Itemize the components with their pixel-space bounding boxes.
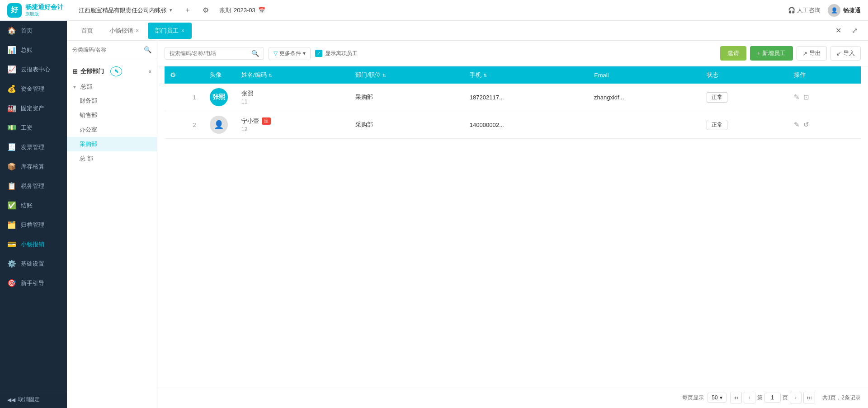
more-filter-button[interactable]: ▽ 更多条件 ▾	[269, 47, 311, 60]
tab-maximize-button[interactable]: ⤢	[848, 24, 861, 37]
sidebar-item-tax[interactable]: 📋 税务管理	[0, 176, 67, 196]
sidebar-item-close[interactable]: ✅ 结账	[0, 196, 67, 215]
dept-collapse-button[interactable]: «	[148, 68, 151, 75]
show-resigned-checkbox[interactable]: ✓ 显示离职员工	[315, 50, 358, 57]
invite-button[interactable]: 邀请	[720, 46, 746, 61]
last-page-button[interactable]: ⏭	[803, 392, 815, 403]
dept-search-icon[interactable]: 🔍	[144, 46, 151, 53]
add-tab-button[interactable]: ＋	[181, 4, 194, 17]
headset-icon: 🎧	[788, 7, 795, 14]
account-period-label: 账期	[219, 6, 231, 14]
column-settings-icon[interactable]: ⚙	[170, 71, 176, 79]
per-page-select[interactable]: 50 ▾	[708, 393, 726, 403]
import-button[interactable]: ↙ 导入	[830, 46, 861, 61]
th-dept-position[interactable]: 部门/职位⇅	[350, 66, 464, 84]
dept-search-input[interactable]	[72, 47, 141, 53]
th-name-code[interactable]: 姓名/编码⇅	[236, 66, 350, 84]
dept-parent-zongbu[interactable]: ▼ 总部	[67, 80, 157, 94]
sidebar-item-assets[interactable]: 🏭 固定资产	[0, 98, 67, 118]
tab-dept-employee[interactable]: 部门员工 ×	[148, 23, 192, 39]
page-input-group: 第 页	[757, 393, 788, 403]
sidebar-item-salary[interactable]: 💵 工资	[0, 118, 67, 137]
sidebar-item-home[interactable]: 🏠 首页	[0, 21, 67, 40]
salary-icon: 💵	[7, 123, 16, 132]
row-phone-2: 140000002...	[464, 111, 589, 139]
page-number-input[interactable]	[764, 393, 781, 403]
dept-child-caiwu[interactable]: 财务部	[67, 94, 157, 108]
dept-child-xiaoshou[interactable]: 销售部	[67, 108, 157, 122]
dept-all-item[interactable]: ⊞ 全部部门 ✎ «	[67, 63, 157, 80]
delete-icon[interactable]: ↺	[803, 121, 809, 129]
dept-child-label: 销售部	[80, 112, 97, 118]
sidebar-item-expense[interactable]: 💳 小畅报销	[0, 234, 67, 254]
close-period-icon: ✅	[7, 201, 16, 210]
sidebar-item-reports[interactable]: 📈 云报表中心	[0, 60, 67, 79]
show-resigned-label: 显示离职员工	[325, 50, 358, 57]
row-dept-2: 采购部	[350, 111, 464, 139]
sidebar-item-inventory[interactable]: 📦 库存核算	[0, 157, 67, 176]
tab-home[interactable]: 首页	[74, 23, 100, 39]
page-prefix-label: 第	[757, 394, 763, 402]
employee-search-icon[interactable]: 🔍	[251, 50, 259, 57]
settings-sidebar-icon: ⚙️	[7, 259, 16, 268]
tab-expense[interactable]: 小畅报销 ×	[102, 23, 146, 39]
sidebar-item-guide[interactable]: 🎯 新手引导	[0, 273, 67, 293]
sidebar-item-funds[interactable]: 💰 资金管理	[0, 79, 67, 98]
name-badge-group: 宁小壹 应	[241, 117, 344, 125]
sidebar-item-label: 首页	[21, 27, 33, 35]
th-gear[interactable]: ⚙	[165, 66, 184, 84]
export-icon: ↗	[802, 50, 807, 57]
dept-edit-icon[interactable]: ✎	[110, 66, 122, 76]
dept-child-bangongshi[interactable]: 办公室	[67, 122, 157, 137]
table-row: 1 张熙 张熙 11 采购部 187202117..	[165, 84, 861, 111]
company-name: 江西服宝精品有限责任公司内账张	[79, 6, 167, 14]
tab-dept-employee-close[interactable]: ×	[181, 28, 184, 34]
page-navigation: ⏮ ‹ 第 页 › ⏭	[730, 392, 815, 403]
sidebar-item-label: 税务管理	[21, 182, 44, 190]
row-email-1: zhangxidf...	[589, 84, 701, 111]
dept-child-zongbu2[interactable]: 总 部	[67, 151, 157, 166]
next-page-button[interactable]: ›	[790, 392, 802, 403]
user-area[interactable]: 👤 畅捷通	[828, 4, 861, 17]
first-page-button[interactable]: ⏮	[730, 392, 742, 403]
dept-child-label: 总 部	[80, 155, 93, 162]
row-actions-1: ✎ ⊡	[788, 84, 861, 111]
export-button[interactable]: ↗ 导出	[797, 46, 827, 61]
guide-icon: 🎯	[7, 279, 16, 287]
prev-page-button[interactable]: ‹	[744, 392, 755, 403]
name-code-group: 张熙 11	[241, 89, 344, 105]
sidebar-item-ledger[interactable]: 📊 总账	[0, 40, 67, 60]
edit-icon[interactable]: ✎	[794, 93, 800, 101]
add-employee-button[interactable]: + 新增员工	[750, 46, 793, 61]
sidebar-item-archive[interactable]: 🗂️ 归档管理	[0, 215, 67, 234]
sidebar-item-settings[interactable]: ⚙️ 基础设置	[0, 254, 67, 273]
logo-text-area: 畅捷通好会计 旗舰版	[25, 3, 63, 17]
per-page-chevron-icon: ▾	[720, 394, 722, 401]
sidebar: 🏠 首页 📊 总账 📈 云报表中心 💰 资金管理 🏭 固定资产 💵 工资 🧾 发…	[0, 21, 67, 408]
logo-icon: 好	[7, 3, 22, 18]
logout-icon[interactable]: ⊡	[803, 93, 809, 101]
sidebar-item-invoice[interactable]: 🧾 发票管理	[0, 137, 67, 157]
company-selector[interactable]: 江西服宝精品有限责任公司内账张 ▾	[79, 6, 172, 14]
filter-chevron-icon: ▾	[303, 50, 306, 56]
dept-child-label: 财务部	[80, 97, 97, 104]
dept-child-caigou[interactable]: 采购部	[67, 137, 157, 151]
edit-icon[interactable]: ✎	[794, 121, 800, 129]
cancel-fixed-button[interactable]: ◀◀ 取消固定	[0, 391, 67, 408]
content-area: 🔍 ⊞ 全部部门 ✎ « ▼ 总部 财务部 销售部	[67, 41, 868, 408]
employee-search-input[interactable]	[170, 50, 249, 56]
calendar-icon[interactable]: 📅	[258, 7, 265, 14]
tab-home-label: 首页	[81, 27, 93, 35]
tab-close-all-button[interactable]: ✕	[832, 24, 844, 37]
service-button[interactable]: 🎧 人工咨询	[788, 6, 821, 14]
settings-icon[interactable]: ⚙	[199, 4, 212, 17]
dept-child-label: 办公室	[80, 126, 97, 133]
sidebar-item-label: 小畅报销	[21, 240, 44, 249]
archive-icon: 🗂️	[7, 220, 16, 229]
th-phone[interactable]: 手机⇅	[464, 66, 589, 84]
sidebar-item-label: 资金管理	[21, 85, 44, 93]
th-actions: 操作	[788, 66, 861, 84]
tab-expense-close[interactable]: ×	[136, 28, 139, 34]
dept-all-label: 全部部门	[80, 67, 104, 75]
export-label: 导出	[809, 49, 821, 57]
